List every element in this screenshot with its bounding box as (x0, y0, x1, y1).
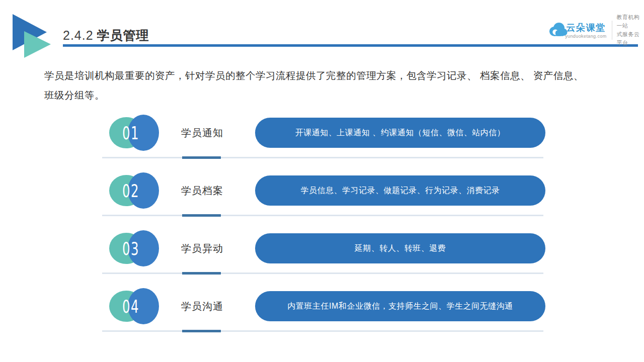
brand-slogan-line1: 教育机构一站 (616, 13, 644, 30)
feature-label: 学员档案 (181, 165, 223, 216)
badge-number: 03 (116, 230, 145, 266)
feature-description-pill: 开课通知、上课通知 、约课通知（短信、微信、站内信） (255, 118, 545, 148)
number-badge: 01 (109, 115, 159, 151)
brand-logo: 云朵课堂 yunduoketang.com 教育机构一站 式服务云平台 (547, 13, 644, 47)
row-divider-accent (182, 214, 221, 217)
number-badge: 02 (109, 172, 159, 209)
row-divider (102, 330, 543, 332)
feature-label: 学员异动 (181, 223, 223, 274)
feature-description-pill: 学员信息、学习记录、做题记录、行为记录、消费记录 (255, 175, 545, 206)
row-divider (102, 157, 543, 158)
row-divider (102, 273, 543, 274)
brand-name: 云朵课堂 (566, 22, 605, 33)
row-divider (102, 215, 543, 216)
brand-domain: yunduoketang.com (565, 34, 606, 39)
number-badge: 03 (109, 230, 159, 266)
brand-slogan: 教育机构一站 式服务云平台 (616, 13, 644, 47)
row-divider-accent (182, 330, 221, 332)
number-badge: 04 (109, 288, 159, 324)
slide: 2.4.2学员管理 云朵课堂 yunduoketang.com 教育机构一站 式… (0, 0, 644, 362)
feature-row-communicate: 04 学员沟通 内置班主任IM和企业微信，支持师生之间、学生之间无缝沟通 (102, 281, 543, 339)
brand-slogan-line2: 式服务云平台 (616, 30, 644, 47)
badge-number: 01 (116, 115, 145, 151)
feature-description-pill: 内置班主任IM和企业微信，支持师生之间、学生之间无缝沟通 (255, 291, 545, 321)
feature-label: 学员通知 (181, 108, 223, 158)
section-number: 2.4.2 (63, 28, 94, 42)
page-title: 2.4.2学员管理 (63, 27, 149, 44)
row-divider-accent (182, 272, 221, 275)
feature-list: 01 学员通知 开课通知、上课通知 、约课通知（短信、微信、站内信） 02 学员… (102, 108, 543, 339)
feature-description-pill: 延期、转人、转班、退费 (255, 233, 545, 263)
badge-number: 02 (116, 172, 145, 209)
feature-label: 学员沟通 (181, 281, 223, 331)
brand-divider (612, 21, 612, 40)
feature-row-change: 03 学员异动 延期、转人、转班、退费 (102, 223, 543, 281)
feature-row-archive: 02 学员档案 学员信息、学习记录、做题记录、行为记录、消费记录 (102, 165, 543, 223)
intro-paragraph: 学员是培训机构最重要的资产，针对学员的整个学习流程提供了完整的管理方案，包含学习… (44, 66, 623, 105)
intro-line1: 学员是培训机构最重要的资产，针对学员的整个学习流程提供了完整的管理方案，包含学习… (44, 70, 584, 81)
intro-line2: 班级分组等。 (44, 89, 105, 101)
row-divider-accent (182, 156, 221, 159)
slide-corner-logo-icon (6, 7, 59, 60)
badge-number: 04 (116, 288, 145, 324)
brand-text: 云朵课堂 yunduoketang.com (565, 22, 606, 39)
feature-row-notify: 01 学员通知 开课通知、上课通知 、约课通知（短信、微信、站内信） (102, 108, 543, 165)
page-title-text: 学员管理 (97, 28, 149, 42)
